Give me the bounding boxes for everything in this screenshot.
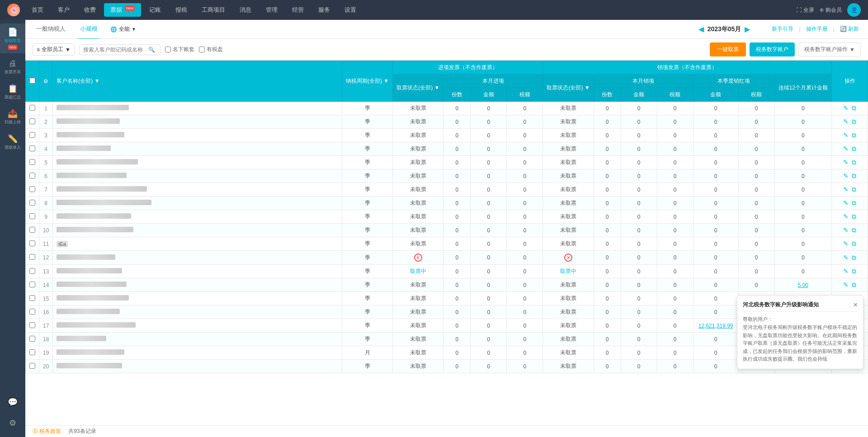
nav-client[interactable]: 客户 (52, 3, 76, 17)
copy-btn[interactable]: ⧉ (852, 254, 856, 261)
row-checkbox-cell (26, 142, 39, 156)
subordinate-checkbox[interactable] (165, 47, 171, 52)
nav-operation[interactable]: 经营 (286, 3, 310, 17)
nav-settings[interactable]: 设置 (338, 3, 363, 17)
row-checkbox[interactable] (29, 118, 35, 124)
tax-digital-account-ops-btn[interactable]: 税务数字账户操作 ▼ (798, 42, 861, 56)
edit-btn[interactable]: ✎ (843, 104, 849, 112)
ops-cell: ✎ ⧉ (832, 169, 868, 183)
edit-btn[interactable]: ✎ (843, 172, 849, 179)
tax-disk-filter[interactable]: 有税盘 (199, 46, 223, 53)
tax-policy-link[interactable]: ⓪ 税务政策 (33, 428, 61, 435)
copy-btn[interactable]: ⧉ (852, 240, 856, 247)
row-checkbox[interactable] (29, 349, 35, 355)
employee-filter[interactable]: ≡ 全部员工 ▼ (33, 43, 75, 56)
edit-btn[interactable]: ✎ (843, 254, 849, 261)
row-checkbox[interactable] (29, 173, 35, 179)
row-checkbox[interactable] (29, 309, 35, 315)
notification-close-btn[interactable]: ✕ (853, 302, 858, 308)
edit-btn[interactable]: ✎ (843, 226, 849, 234)
row-checkbox[interactable] (29, 363, 35, 369)
edit-btn[interactable]: ✎ (843, 213, 849, 220)
copy-btn[interactable]: ⧉ (852, 145, 856, 152)
nav-tax[interactable]: 报税 (169, 3, 193, 17)
edit-btn[interactable]: ✎ (843, 240, 849, 247)
sidebar-item-help[interactable]: 💬 (6, 394, 19, 411)
tax-disk-checkbox[interactable] (199, 47, 205, 52)
row-checkbox[interactable] (29, 105, 35, 111)
sidebar-item-settings-bottom[interactable]: ⚙ (6, 414, 19, 432)
row-checkbox[interactable] (29, 227, 35, 233)
copy-btn[interactable]: ⧉ (852, 281, 856, 288)
copy-btn[interactable]: ⧉ (852, 132, 856, 139)
edit-btn[interactable]: ✎ (843, 186, 849, 193)
row-checkbox[interactable] (29, 159, 35, 165)
sidebar-item-smart-invoice[interactable]: 📄 智能取票 new (0, 23, 25, 53)
prev-month-btn[interactable]: ◀ (698, 25, 704, 33)
col-settings-icon[interactable]: ⚙ (43, 78, 48, 85)
nav-home[interactable]: 首页 (25, 3, 50, 17)
row-checkbox[interactable] (29, 146, 35, 151)
copy-btn[interactable]: ⧉ (852, 159, 856, 166)
copy-btn[interactable]: ⧉ (852, 268, 856, 275)
row-checkbox[interactable] (29, 254, 35, 260)
subordinate-account-filter[interactable]: 名下账套 (165, 46, 194, 53)
row-checkbox[interactable] (29, 240, 35, 246)
row-checkbox[interactable] (29, 268, 35, 274)
sidebar-item-invoice-summary[interactable]: 📋 票据汇总 (0, 80, 25, 103)
status2-cell: 未取票 (543, 237, 594, 251)
row-checkbox[interactable] (29, 336, 35, 342)
edit-btn[interactable]: ✎ (843, 199, 849, 207)
edit-btn[interactable]: ✎ (843, 281, 849, 288)
col-ticket-status1[interactable]: 取票状态(全部) ▼ (393, 75, 443, 102)
edit-btn[interactable]: ✎ (843, 268, 849, 275)
copy-btn[interactable]: ⧉ (852, 104, 856, 112)
one-click-invoice-btn[interactable]: 一键取票 (710, 42, 746, 56)
new-guide-link[interactable]: 新手引导 (772, 25, 793, 33)
edit-btn[interactable]: ✎ (843, 118, 849, 125)
fullscreen-btn[interactable]: ⛶ 全屏 (796, 6, 814, 14)
tab-general-taxpayer[interactable]: 一般纳税人 (34, 20, 67, 39)
row-checkbox[interactable] (29, 322, 35, 328)
edit-btn[interactable]: ✎ (843, 132, 849, 139)
user-avatar[interactable]: 👤 (847, 3, 861, 17)
row-checkbox[interactable] (29, 295, 35, 301)
copy-btn[interactable]: ⧉ (852, 213, 856, 220)
tax-digital-account-btn[interactable]: 税务数字账户 (750, 42, 795, 56)
edit-btn[interactable]: ✎ (843, 159, 849, 166)
next-month-btn[interactable]: ▶ (745, 25, 750, 33)
sidebar-item-invoice-issue[interactable]: 🖨 发票开具 (0, 55, 25, 78)
edit-btn[interactable]: ✎ (843, 145, 849, 152)
client-search-input[interactable] (83, 47, 146, 53)
sidebar-label-invoice-issue: 发票开具 (5, 70, 21, 75)
vip-btn[interactable]: ⊕ 购会员 (820, 6, 842, 14)
nav-business[interactable]: 工商项目 (195, 3, 231, 17)
search-icon[interactable]: 🔍 (148, 47, 155, 53)
copy-btn[interactable]: ⧉ (852, 199, 856, 207)
copy-btn[interactable]: ⧉ (852, 186, 856, 193)
nav-invoice[interactable]: 票据 new (104, 3, 141, 17)
nav-accounting[interactable]: 记账 (143, 3, 167, 17)
nav-message[interactable]: 消息 (233, 3, 258, 17)
row-checkbox[interactable] (29, 186, 35, 192)
nav-manage[interactable]: 管理 (259, 3, 284, 17)
row-checkbox[interactable] (29, 213, 35, 219)
copy-btn[interactable]: ⧉ (852, 172, 856, 179)
row-checkbox[interactable] (29, 282, 35, 287)
copy-btn[interactable]: ⧉ (852, 118, 856, 125)
manual-link[interactable]: 操作手册 (806, 25, 828, 33)
col-ticket-status2[interactable]: 取票状态(全部) ▼ (543, 75, 594, 102)
nav-fee[interactable]: 收费 (78, 3, 102, 17)
red-amount-link[interactable]: 12,621,319.99 (698, 323, 733, 329)
tab-all-capable[interactable]: 🌐 全能 ▼ (110, 25, 136, 33)
row-checkbox[interactable] (29, 132, 35, 138)
nav-service[interactable]: 服务 (312, 3, 336, 17)
row-checkbox[interactable] (29, 200, 35, 206)
sidebar-item-invoice-entry[interactable]: ✏️ 票据录入 (0, 130, 25, 154)
select-all-checkbox[interactable] (29, 78, 35, 84)
tab-small-scale[interactable]: 小规模 (78, 20, 99, 39)
consec12-link[interactable]: 5.00 (798, 282, 808, 288)
copy-btn[interactable]: ⧉ (852, 226, 856, 234)
sidebar-item-scan-upload[interactable]: 📤 扫描上传 (0, 105, 25, 128)
refresh-link[interactable]: 🔄 刷新 (840, 25, 859, 33)
